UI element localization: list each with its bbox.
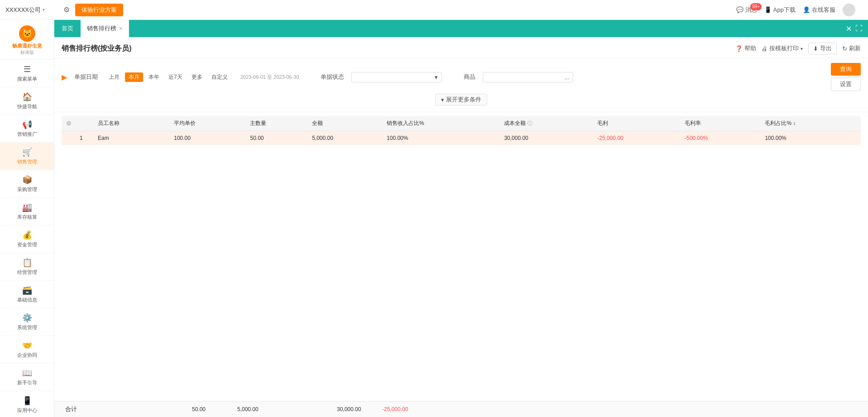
query-button[interactable]: 查询: [831, 63, 861, 76]
sidebar-item-label: 快捷导航: [17, 103, 37, 110]
sidebar-item-label: 应用中心: [17, 407, 37, 414]
td-avg-price: 100.00: [170, 131, 246, 145]
sidebar-item-purchase[interactable]: 📦 采购管理: [0, 170, 54, 198]
expand-label: 展开更多条件: [446, 96, 481, 104]
phone-icon: 📱: [764, 6, 772, 13]
headset-icon: 👤: [803, 6, 810, 13]
status-label: 单据状态: [321, 73, 344, 81]
sidebar-item-basic[interactable]: 🗃️ 基础信息: [0, 281, 54, 308]
cart-icon: 🛒: [22, 147, 32, 157]
online-service-button[interactable]: 👤 在线客服: [803, 6, 835, 14]
print-icon: 🖨: [762, 45, 767, 52]
expand-button[interactable]: ▾ 展开更多条件: [435, 94, 487, 105]
window-expand-icon[interactable]: ⛶: [855, 24, 863, 33]
app-download-button[interactable]: 📱 App下载: [764, 6, 796, 14]
column-settings-icon[interactable]: ⚙: [66, 120, 72, 127]
sidebar-item-quick-nav[interactable]: 🏠 快捷导航: [0, 87, 54, 115]
date-opt-custom[interactable]: 自定义: [208, 72, 231, 82]
footer-label: 合计: [65, 405, 156, 413]
main-layout: 🐱 畅康通好生意 标准版 ☰ 搜索菜单 🏠 快捷导航 📢 营销推广 🛒 销售管理…: [0, 20, 868, 417]
tab-home[interactable]: 首页: [54, 20, 81, 37]
date-opt-more[interactable]: 更多: [188, 72, 206, 82]
expand-row: ▾ 展开更多条件: [62, 91, 861, 107]
footer-qty: 50.00: [192, 406, 237, 412]
chevron-down-icon: ▾: [441, 96, 444, 103]
message-button[interactable]: 💬 消息 99+: [736, 6, 757, 14]
sidebar-item-finance[interactable]: 💰 资金管理: [0, 225, 54, 253]
sidebar-item-apps[interactable]: 📱 应用中心: [0, 391, 54, 417]
megaphone-icon: 📢: [22, 120, 32, 129]
date-opt-7days[interactable]: 近7天: [165, 72, 186, 82]
message-icon: 💬: [736, 6, 743, 13]
goods-input[interactable]: ...: [483, 72, 573, 82]
sidebar-item-system[interactable]: ⚙️ 系统管理: [0, 308, 54, 336]
td-amount: 5,000.00: [308, 131, 383, 145]
avatar[interactable]: [843, 4, 855, 16]
tab-sales-ranking[interactable]: 销售排行榜 ×: [81, 20, 129, 37]
database-icon: 🗃️: [22, 285, 32, 295]
sidebar-item-label: 采购管理: [17, 186, 37, 193]
settings-button[interactable]: 设置: [831, 77, 861, 91]
date-opt-this-year[interactable]: 本年: [145, 72, 163, 82]
th-gross-rate: 毛利率: [681, 116, 761, 131]
page-actions: ❓ 帮助 🖨 按模板打印 ▾ ⬇ 导出 ↻ 刷新: [735, 43, 861, 54]
gear-icon[interactable]: ⚙: [63, 5, 70, 14]
td-gross-pct: 100.00%: [761, 131, 861, 145]
window-close-icon[interactable]: ✕: [846, 24, 852, 33]
print-button[interactable]: 🖨 按模板打印 ▾: [762, 44, 803, 53]
trial-button[interactable]: 体验行业方案: [75, 4, 123, 16]
help-icon: ❓: [735, 45, 743, 52]
sidebar-item-marketing[interactable]: 📢 营销推广: [0, 115, 54, 143]
th-name: 员工名称: [94, 116, 170, 131]
table-body: 1 Eam 100.00 50.00 5,000.00 100.00% 30,0…: [62, 131, 861, 145]
td-qty: 50.00: [246, 131, 308, 145]
sidebar-item-search[interactable]: ☰ 搜索菜单: [0, 60, 54, 87]
sidebar-item-enterprise[interactable]: 🤝 企业协同: [0, 336, 54, 364]
sidebar: 🐱 畅康通好生意 标准版 ☰ 搜索菜单 🏠 快捷导航 📢 营销推广 🛒 销售管理…: [0, 20, 54, 417]
company-selector[interactable]: XXXXXX公司 ▾: [5, 6, 60, 14]
tab-bar: 首页 销售排行榜 × ✕ ⛶: [54, 20, 868, 37]
search-menu-icon: ☰: [24, 64, 31, 74]
date-options: 上月 本月 本年 近7天 更多 自定义: [105, 72, 231, 82]
content-area: 首页 销售排行榜 × ✕ ⛶ 销售排行榜(按业务员) ❓ 帮助: [54, 20, 868, 417]
sidebar-item-label: 库存核算: [17, 214, 37, 220]
th-gross: 毛利: [594, 116, 681, 131]
date-opt-last-month[interactable]: 上月: [105, 72, 123, 82]
page-content: 销售排行榜(按业务员) ❓ 帮助 🖨 按模板打印 ▾ ⬇ 导出: [54, 37, 868, 417]
apps-icon: 📱: [22, 396, 32, 406]
td-cost: 30,000.00: [500, 131, 594, 145]
status-chevron-icon: ▾: [435, 74, 438, 81]
footer-amount: 5,000.00: [237, 406, 283, 412]
status-select[interactable]: ▾: [351, 72, 442, 82]
sidebar-item-inventory[interactable]: 🏭 库存核算: [0, 198, 54, 225]
sidebar-item-guide[interactable]: 📖 新手引导: [0, 364, 54, 391]
sidebar-item-label: 系统管理: [17, 324, 37, 331]
sidebar-item-operations[interactable]: 📋 经营管理: [0, 253, 54, 281]
td-sales-pct: 100.00%: [383, 131, 500, 145]
help-label: 帮助: [744, 44, 756, 53]
table-row: 1 Eam 100.00 50.00 5,000.00 100.00% 30,0…: [62, 131, 861, 145]
date-opt-this-month[interactable]: 本月: [125, 72, 143, 82]
sidebar-item-sales[interactable]: 🛒 销售管理: [0, 143, 54, 170]
th-sales-pct: 销售收入占比%: [383, 116, 500, 131]
td-settings: [62, 131, 76, 145]
book-icon: 📖: [22, 368, 32, 378]
filter-collapse-icon[interactable]: ▶: [62, 73, 67, 81]
goods-label: 商品: [464, 73, 475, 81]
money-icon: 💰: [22, 230, 32, 240]
goods-more-icon: ...: [565, 74, 570, 81]
sidebar-item-label: 企业协同: [17, 352, 37, 359]
export-button[interactable]: ⬇ 导出: [808, 43, 837, 54]
topbar-right: 💬 消息 99+ 📱 App下载 👤 在线客服: [736, 4, 863, 16]
refresh-button[interactable]: ↻ 刷新: [842, 44, 861, 53]
help-button[interactable]: ❓ 帮助: [735, 44, 756, 53]
box-icon: 📦: [22, 175, 32, 185]
td-gross-rate: -500.00%: [681, 131, 761, 145]
td-name: Eam: [94, 131, 170, 145]
tab-label: 销售排行榜: [87, 24, 116, 33]
close-icon[interactable]: ×: [119, 25, 122, 32]
th-settings: ⚙: [62, 116, 76, 131]
sales-ranking-table: ⚙ 员工名称 平均单价 主数量 全额 销售收入占比% 成本全额 ⓘ 毛利 毛利率…: [62, 116, 861, 145]
service-label: 在线客服: [812, 6, 835, 14]
footer-cost: 30,000.00: [337, 406, 382, 412]
